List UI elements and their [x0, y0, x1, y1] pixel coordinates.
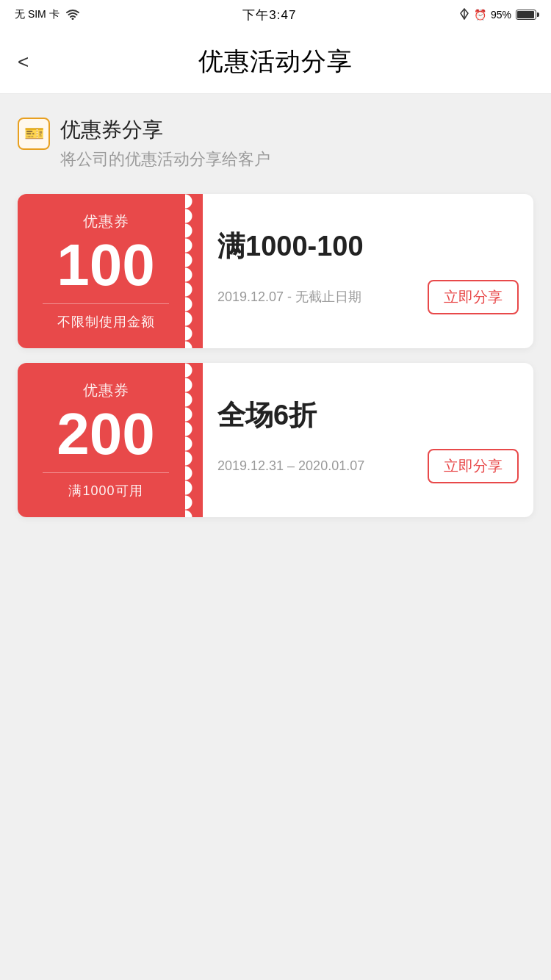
coupon-label-1: 优惠券: [83, 212, 129, 231]
wifi-icon: [65, 8, 80, 22]
coupon-right-1: 满1000-100 2019.12.07 - 无截止日期 立即分享: [194, 194, 533, 348]
coupon-bottom-row-1: 2019.12.07 - 无截止日期 立即分享: [217, 280, 519, 314]
nav-bar: < 优惠活动分享: [0, 29, 551, 94]
coupon-card-1: 优惠券 100 不限制使用金额 满1000-100 2019.12.07 - 无…: [18, 194, 533, 348]
status-left: 无 SIM 卡: [15, 8, 80, 22]
coupon-date-1: 2019.12.07 - 无截止日期: [217, 288, 420, 306]
coupon-left-2: 优惠券 200 满1000可用: [18, 363, 194, 517]
coupon-icon: 🎫: [24, 124, 44, 143]
svg-point-0: [71, 18, 73, 20]
page-title: 优惠活动分享: [198, 45, 353, 79]
coupon-card-2: 优惠券 200 满1000可用 全场6折 2019.12.31 – 2020.0…: [18, 363, 533, 517]
coupon-condition-1: 不限制使用金额: [57, 313, 155, 331]
section-text: 优惠券分享 将公司的优惠活动分享给客户: [60, 116, 270, 170]
coupon-name-1: 满1000-100: [217, 228, 519, 265]
status-time: 下午3:47: [242, 7, 296, 24]
status-bar: 无 SIM 卡 下午3:47 ⏰ 95%: [0, 0, 551, 29]
coupon-name-2: 全场6折: [217, 397, 519, 434]
coupon-condition-2: 满1000可用: [68, 482, 143, 500]
coupon-amount-2: 200: [57, 405, 154, 464]
coupon-left-1: 优惠券 100 不限制使用金额: [18, 194, 194, 348]
coupon-amount-1: 100: [57, 236, 154, 295]
status-right: ⏰ 95%: [459, 8, 536, 22]
share-button-2[interactable]: 立即分享: [428, 449, 519, 483]
battery-icon: [516, 10, 536, 20]
section-icon: 🎫: [18, 118, 50, 150]
section-title: 优惠券分享: [60, 116, 270, 144]
empty-area: [0, 529, 551, 896]
back-button[interactable]: <: [18, 52, 29, 71]
carrier-label: 无 SIM 卡: [15, 8, 60, 21]
coupon-label-2: 优惠券: [83, 381, 129, 400]
coupon-right-2: 全场6折 2019.12.31 – 2020.01.07 立即分享: [194, 363, 533, 517]
section-header: 🎫 优惠券分享 将公司的优惠活动分享给客户: [0, 94, 551, 182]
battery-percent: 95%: [491, 9, 511, 21]
alarm-icon: ⏰: [474, 9, 486, 21]
coupon-list: 优惠券 100 不限制使用金额 满1000-100 2019.12.07 - 无…: [0, 182, 551, 529]
share-button-1[interactable]: 立即分享: [428, 280, 519, 314]
coupon-divider-2: [43, 472, 170, 473]
coupon-divider-1: [43, 303, 170, 304]
section-subtitle: 将公司的优惠活动分享给客户: [60, 148, 270, 170]
location-icon: [459, 8, 469, 22]
coupon-bottom-row-2: 2019.12.31 – 2020.01.07 立即分享: [217, 449, 519, 483]
coupon-date-2: 2019.12.31 – 2020.01.07: [217, 457, 420, 475]
